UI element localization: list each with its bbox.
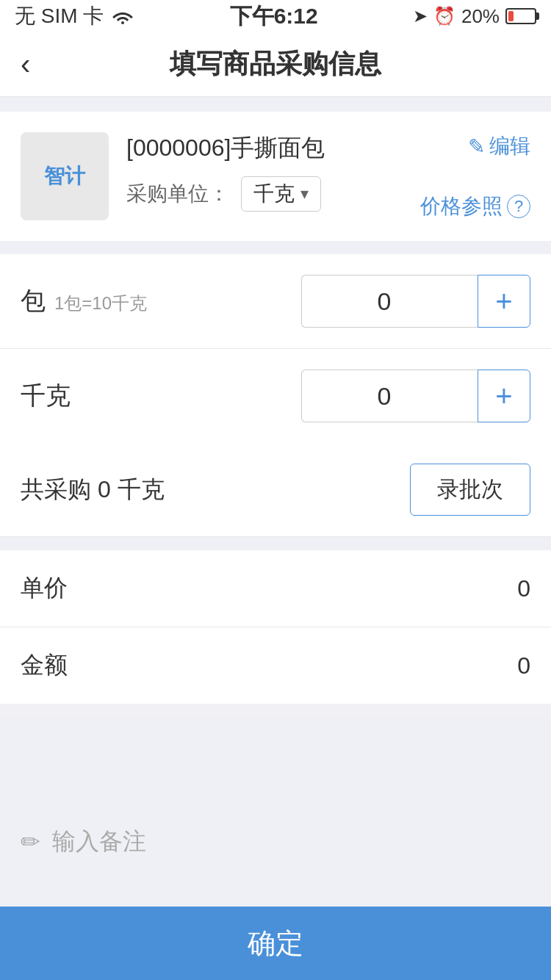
- pencil-icon: ✏: [21, 828, 40, 856]
- nav-bar: ‹ 填写商品采购信息: [0, 32, 551, 97]
- bao-sub-label: 1包=10千克: [54, 292, 147, 315]
- amount-value: 0: [517, 652, 530, 680]
- amount-row: 金额 0: [0, 627, 551, 704]
- battery-percent: 20%: [461, 5, 500, 28]
- kg-row: 千克 +: [0, 349, 551, 443]
- status-bar: 无 SIM 卡 下午6:12 ➤ ⏰ 20%: [0, 0, 551, 32]
- wifi-icon: [111, 8, 134, 24]
- alarm-icon: ⏰: [433, 6, 455, 26]
- kg-quantity-input[interactable]: [301, 370, 478, 422]
- edit-icon: ✎: [468, 134, 485, 159]
- back-button[interactable]: ‹: [21, 48, 30, 81]
- total-row: 共采购 0 千克 录批次: [0, 443, 551, 537]
- total-label: 共采购 0 千克: [21, 474, 165, 506]
- bao-row: 包 1包=10千克 +: [0, 254, 551, 349]
- bao-label-text: 包: [21, 284, 46, 318]
- edit-label: 编辑: [489, 132, 530, 160]
- status-right: ➤ ⏰ 20%: [413, 5, 536, 28]
- back-icon: ‹: [21, 48, 30, 81]
- bao-plus-button[interactable]: +: [478, 275, 530, 328]
- unit-value: 千克: [253, 180, 295, 208]
- unit-dropdown[interactable]: 千克 ▾: [241, 176, 321, 212]
- unit-price-label: 单价: [21, 572, 68, 605]
- section-separator-2: [0, 537, 551, 550]
- bao-label: 包 1包=10千克: [21, 284, 147, 318]
- navigation-icon: ➤: [413, 6, 428, 26]
- chevron-down-icon: ▾: [300, 184, 309, 203]
- kg-input-right: +: [301, 370, 530, 422]
- edit-button[interactable]: ✎ 编辑: [468, 132, 530, 160]
- unit-price-row: 单价 0: [0, 550, 551, 627]
- status-time: 下午6:12: [230, 1, 318, 32]
- price-section: 单价 0 金额 0: [0, 550, 551, 704]
- quantity-section: 包 1包=10千克 + 千克 +: [0, 254, 551, 443]
- price-ref-button[interactable]: 价格参照 ?: [420, 192, 530, 220]
- page-title: 填写商品采购信息: [170, 46, 381, 82]
- bao-input-right: +: [301, 275, 530, 328]
- kg-label-text: 千克: [21, 379, 71, 413]
- kg-plus-button[interactable]: +: [478, 370, 530, 422]
- battery-icon: [505, 8, 536, 24]
- product-card: 智计 [0000006]手撕面包 采购单位： 千克 ▾ ✎ 编辑 价格参照 ?: [0, 112, 551, 241]
- bao-quantity-input[interactable]: [301, 275, 478, 328]
- product-logo: 智计: [44, 164, 85, 189]
- unit-label: 采购单位：: [126, 180, 229, 208]
- kg-label: 千克: [21, 379, 71, 413]
- product-thumbnail: 智计: [21, 132, 109, 220]
- confirm-button[interactable]: 确定: [0, 907, 551, 980]
- help-icon: ?: [507, 195, 530, 218]
- section-separator-1: [0, 241, 551, 254]
- status-left: 无 SIM 卡: [15, 2, 134, 30]
- unit-price-value: 0: [517, 575, 530, 602]
- remark-placeholder: 输入备注: [52, 826, 146, 858]
- amount-label: 金额: [21, 649, 68, 682]
- sim-label: 无 SIM 卡: [15, 2, 104, 30]
- price-ref-label: 价格参照: [420, 192, 503, 220]
- record-batch-button[interactable]: 录批次: [410, 464, 530, 516]
- top-divider: [0, 97, 551, 112]
